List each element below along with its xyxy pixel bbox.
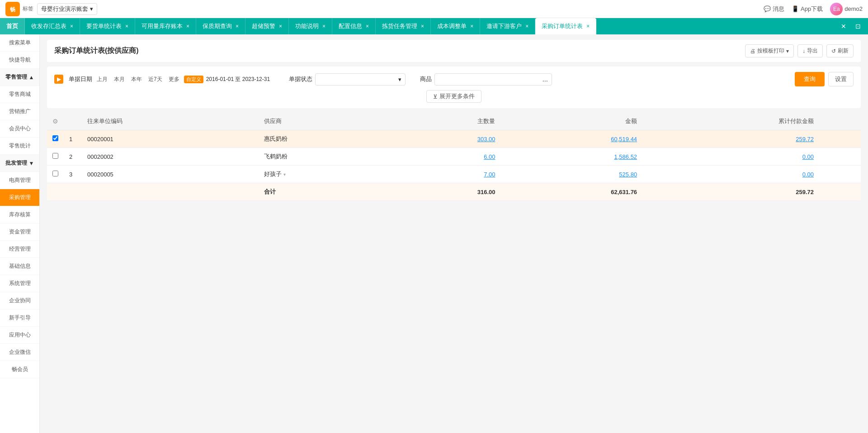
- sidebar-item-sys-mgmt[interactable]: 系统管理: [0, 275, 39, 292]
- sidebar-item-basic-info[interactable]: 基础信息: [0, 258, 39, 275]
- sidebar-item-ops-mgmt-label: 经营管理: [9, 246, 31, 252]
- sidebar-item-marketing[interactable]: 营销推广: [0, 103, 39, 120]
- shortcut-this-month[interactable]: 本月: [112, 75, 127, 84]
- table-row[interactable]: 2 00020002 飞鹤奶粉 6.00 1,586.52 0.00: [47, 148, 861, 166]
- user-profile[interactable]: Ea demo2: [830, 3, 863, 15]
- tab-cost-adjust-close[interactable]: ×: [470, 23, 473, 29]
- row-qty[interactable]: 6.00: [390, 148, 500, 166]
- sidebar-item-newbie-guide[interactable]: 新手引导: [0, 309, 39, 327]
- message-icon: 💬: [764, 5, 771, 12]
- tab-expiry-query[interactable]: 保质期查询 ×: [196, 18, 245, 34]
- shortcut-more[interactable]: 更多: [167, 75, 181, 84]
- message-button[interactable]: 💬 消息: [764, 5, 784, 13]
- sidebar-item-newbie-guide-label: 新手引导: [9, 314, 31, 321]
- tab-cost-adjust[interactable]: 成本调整单 ×: [431, 18, 480, 34]
- row-qty[interactable]: 303.00: [390, 130, 500, 148]
- query-button[interactable]: 查询: [795, 72, 825, 86]
- status-filter-select[interactable]: ▾: [315, 73, 406, 86]
- tab-func-desc-close[interactable]: ×: [322, 23, 326, 29]
- sidebar-item-retail-stats[interactable]: 零售统计: [0, 138, 39, 155]
- col-amount: 金额: [500, 113, 642, 130]
- refresh-button[interactable]: ↺ 刷新: [826, 44, 854, 57]
- shortcut-this-year[interactable]: 本年: [129, 75, 144, 84]
- sidebar-item-purchase-mgmt[interactable]: 采购管理: [0, 189, 39, 206]
- tab-invite-down-close[interactable]: ×: [525, 23, 528, 29]
- sidebar-item-enterprise-collab[interactable]: 企业协同: [0, 292, 39, 309]
- retail-mgmt-arrow-icon: ▲: [29, 74, 34, 81]
- tab-close-all-button[interactable]: ✕: [837, 20, 850, 33]
- row-qty[interactable]: 7.00: [390, 166, 500, 183]
- workspace-selector[interactable]: 母婴行业演示账套 ▾: [37, 3, 97, 15]
- goods-filter-input[interactable]: …: [434, 73, 552, 86]
- row-partner-code: 00020002: [82, 148, 259, 166]
- sidebar-item-batch-mgmt[interactable]: 批发管理 ▼: [0, 155, 39, 172]
- row-checkbox[interactable]: [47, 148, 64, 166]
- filter-area: ▶ 单据日期 上月 本月 本年 近7天 更多 自定义: [47, 67, 861, 108]
- export-button[interactable]: ↓ 导出: [797, 44, 823, 57]
- row-amount[interactable]: 60,519.44: [500, 130, 642, 148]
- tab-home[interactable]: 首页: [0, 18, 25, 34]
- tab-config-info-close[interactable]: ×: [366, 23, 369, 29]
- shortcut-7days[interactable]: 近7天: [146, 75, 164, 84]
- row-paid-amount[interactable]: 0.00: [642, 148, 819, 166]
- col-setting: ⚙: [47, 113, 64, 130]
- sidebar-item-enterprise-collab-label: 企业协同: [9, 297, 31, 304]
- nav-tabs-bar: 首页 收发存汇总表 × 要货单统计表 × 可用量库存账本 × 保质期查询 × 超…: [0, 18, 868, 34]
- sidebar-item-stock-check[interactable]: 库存核算: [0, 206, 39, 224]
- tab-func-desc[interactable]: 功能说明 ×: [289, 18, 332, 34]
- tab-collect-pay[interactable]: 收发存汇总表 ×: [25, 18, 80, 34]
- table-row[interactable]: 3 00020005 好孩子 ▾ 7.00 525.80 0.00: [47, 166, 861, 183]
- tab-config-info[interactable]: 配置信息 ×: [332, 18, 376, 34]
- settings-button[interactable]: 设置: [828, 72, 854, 86]
- row-paid-amount[interactable]: 259.72: [642, 130, 819, 148]
- row-checkbox[interactable]: [47, 166, 64, 183]
- sidebar-item-membership[interactable]: 畅会员: [0, 361, 39, 378]
- tab-goods-stats-close[interactable]: ×: [125, 23, 128, 29]
- tab-invite-down[interactable]: 邀请下游客户 ×: [480, 18, 535, 34]
- tab-expiry-query-close[interactable]: ×: [236, 23, 239, 29]
- shortcut-last-month[interactable]: 上月: [95, 75, 109, 84]
- tab-purchase-stats-close[interactable]: ×: [586, 23, 590, 29]
- tab-purchase-stats[interactable]: 采购订单统计表 ×: [535, 18, 596, 34]
- sidebar-quick-nav[interactable]: 快捷导航: [0, 52, 39, 69]
- sidebar-item-retail-mgmt[interactable]: 零售管理 ▲: [0, 69, 39, 86]
- tab-usable-stock[interactable]: 可用量库存账本 ×: [135, 18, 196, 34]
- tab-collect-pay-close[interactable]: ×: [70, 23, 73, 29]
- tab-usable-stock-close[interactable]: ×: [186, 23, 189, 29]
- tab-over-stock-close[interactable]: ×: [279, 23, 282, 29]
- goods-more-icon: …: [542, 76, 548, 83]
- sidebar-item-app-center[interactable]: 应用中心: [0, 327, 39, 344]
- col-partner-code: 往来单位编码: [82, 113, 259, 130]
- tab-restore-button[interactable]: ⊡: [852, 20, 864, 33]
- data-table: ⚙ 往来单位编码 供应商 主数量 金额 累计付款金额: [47, 113, 861, 201]
- print-button[interactable]: 🖨 按模板打印 ▾: [745, 44, 794, 57]
- tab-over-stock[interactable]: 超储预警 ×: [245, 18, 289, 34]
- tab-pick-task[interactable]: 拣货任务管理 ×: [376, 18, 431, 34]
- row-amount[interactable]: 525.80: [500, 166, 642, 183]
- tab-pick-task-close[interactable]: ×: [421, 23, 424, 29]
- expand-more-button[interactable]: ⊻ 展开更多条件: [426, 90, 481, 103]
- sidebar-item-retail-shop-label: 零售商城: [9, 91, 31, 97]
- sidebar-item-member-center[interactable]: 会员中心: [0, 120, 39, 138]
- date-filter-label: 单据日期: [69, 75, 92, 83]
- sidebar-item-fund-mgmt[interactable]: 资金管理: [0, 224, 39, 241]
- sidebar-item-enterprise-wechat[interactable]: 企业微信: [0, 344, 39, 361]
- column-settings-icon[interactable]: ⚙: [52, 118, 58, 125]
- sidebar-item-ops-mgmt[interactable]: 经营管理: [0, 241, 39, 258]
- row-checkbox[interactable]: [47, 130, 64, 148]
- sidebar-item-ecom-mgmt[interactable]: 电商管理: [0, 172, 39, 189]
- row-paid-amount[interactable]: 0.00: [642, 166, 819, 183]
- sidebar-search[interactable]: 搜索菜单: [0, 34, 39, 52]
- tab-usable-stock-label: 可用量库存账本: [142, 22, 183, 30]
- col-paid-amount: 累计付款金额: [642, 113, 819, 130]
- tab-over-stock-label: 超储预警: [252, 22, 275, 30]
- row-amount[interactable]: 1,586.52: [500, 148, 642, 166]
- tab-goods-stats[interactable]: 要货单统计表 ×: [80, 18, 135, 34]
- sidebar-item-retail-shop[interactable]: 零售商城: [0, 86, 39, 103]
- brand-label: 标签: [23, 5, 33, 13]
- app-download-button[interactable]: 📱 App下载: [792, 5, 823, 13]
- row-partner-code: 00020001: [82, 130, 259, 148]
- filter-toggle-button[interactable]: ▶: [54, 75, 63, 84]
- date-range-value: 2016-01-01 至 2023-12-31: [206, 76, 270, 83]
- table-row[interactable]: 1 00020001 惠氏奶粉 303.00 60,519.44 259.72: [47, 130, 861, 148]
